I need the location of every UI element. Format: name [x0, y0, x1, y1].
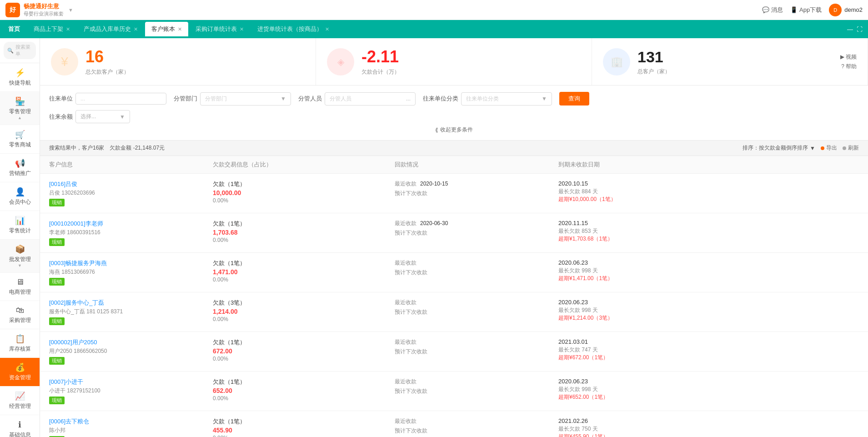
overdue-date-1: 2020.11.15: [558, 220, 859, 226]
debt-percent-5: 0.00%: [213, 395, 395, 402]
manager-input[interactable]: 分管人员 ...: [325, 92, 416, 105]
user-avatar: D: [829, 4, 842, 16]
balance-dropdown-icon: ▼: [120, 114, 125, 120]
tab-purchase-close[interactable]: ✕: [240, 26, 244, 32]
sidebar-item-wholesale-mgmt[interactable]: 📦 批发管理 ▼: [0, 240, 40, 273]
sidebar-item-ecommerce[interactable]: 🖥 电商管理: [0, 273, 40, 301]
tab-warehouse-history[interactable]: 产成品入库单历史 ✕: [77, 22, 144, 36]
overdue-amount-0[interactable]: 超期¥10,000.00（1笔）: [558, 196, 859, 203]
debt-info-2: 欠款（1笔） 1,471.00 0.00%: [213, 259, 395, 283]
balance-input[interactable]: 选择... ▼: [75, 110, 130, 123]
tab-purchase-product-stats[interactable]: 进货单统计表（按商品） ✕: [251, 22, 336, 36]
col-header-return: 回款情况: [395, 161, 558, 169]
unit-category-input[interactable]: 往来单位分类 ▼: [461, 92, 552, 105]
table-row: [0003]畅捷服务尹海燕 海燕 18513066976 现销 欠款（1笔） 1…: [40, 253, 868, 292]
stat-icon-total: 🏢: [603, 48, 630, 75]
tab-home[interactable]: 首页: [2, 22, 26, 36]
top-header: 好 畅捷通好生意 母婴行业演示账套 ▼ 💬 消息 📱 App下载 D demo2: [0, 0, 868, 20]
tab-product-shelf-close[interactable]: ✕: [66, 26, 70, 32]
debt-count-0: 欠款（1笔）: [213, 180, 395, 188]
overdue-amount-4[interactable]: 超期¥672.00（1笔）: [558, 354, 859, 362]
sidebar-item-retail-mgmt[interactable]: 🏪 零售管理 ▲: [0, 92, 40, 125]
sort-dropdown[interactable]: 排序：按欠款金额倒序排序 ▼: [743, 144, 815, 152]
overdue-amount-5[interactable]: 超期¥652.00（1笔）: [558, 393, 859, 401]
debt-amount-6[interactable]: 455.90: [213, 427, 395, 434]
overdue-info-3: 2020.06.23 最长欠款 998 天 超期¥1,214.00（3笔）: [558, 299, 859, 322]
customer-name-1[interactable]: [0001020001]李老师: [49, 220, 103, 227]
sidebar-item-basic-info[interactable]: ℹ 基础信息: [0, 415, 40, 437]
search-button[interactable]: 查询: [559, 92, 589, 105]
debt-amount-5[interactable]: 652.00: [213, 387, 395, 394]
from-unit-value: ...: [80, 95, 85, 102]
help-btn[interactable]: ? 帮助: [841, 63, 857, 70]
customer-name-3[interactable]: [0002]服务中心_丁磊: [49, 299, 104, 306]
window-minimize-icon[interactable]: —: [847, 26, 853, 33]
sidebar-item-retail-stats[interactable]: 📊 零售统计: [0, 211, 40, 240]
debt-amount-0[interactable]: 10,000.00: [213, 189, 395, 196]
sidebar-item-retail-mall[interactable]: 🛒 零售商城: [0, 125, 40, 154]
department-input[interactable]: 分管部门 ▼: [200, 92, 291, 105]
overdue-amount-2[interactable]: 超期¥1,471.00（1笔）: [558, 275, 859, 282]
overdue-info-0: 2020.10.15 最长欠款 884 天 超期¥10,000.00（1笔）: [558, 180, 859, 203]
tab-warehouse-close[interactable]: ✕: [134, 26, 138, 32]
tab-customer-ledger[interactable]: 客户账本 ✕: [145, 22, 188, 36]
collapse-filter-btn[interactable]: ⟪ 收起更多条件: [49, 123, 859, 136]
overdue-amount-3[interactable]: 超期¥1,214.00（3笔）: [558, 314, 859, 322]
return-recent-label-1: 最近收款: [395, 220, 416, 226]
sidebar-item-operations[interactable]: 📈 经营管理: [0, 387, 40, 415]
data-table: 客户信息 欠款交易信息（占比） 回款情况 到期未收款日期 [0016]吕俊 吕俊…: [40, 156, 868, 437]
sidebar-item-inventory[interactable]: 📋 库存核算: [0, 329, 40, 358]
sidebar-item-member[interactable]: 👤 会员中心: [0, 182, 40, 211]
video-btn[interactable]: ▶ 视频: [840, 53, 857, 61]
return-info-5: 最近收款 预计下次收款: [395, 378, 558, 395]
customer-name-5[interactable]: [0007]小进干: [49, 378, 83, 385]
retail-mgmt-arrow: ▲: [18, 116, 22, 120]
customer-name-4[interactable]: [000002]用户2050: [49, 339, 97, 346]
window-maximize-icon[interactable]: ⛶: [857, 26, 863, 33]
filter-from-unit: 往来单位 ...: [49, 93, 166, 105]
overdue-amount-6[interactable]: 超期¥455.90（1笔）: [558, 433, 859, 437]
debt-amount-1[interactable]: 1,703.68: [213, 229, 395, 236]
tab-customer-close[interactable]: ✕: [178, 26, 182, 32]
result-bar-right: 排序：按欠款金额倒序排序 ▼ 导出 刷新: [743, 144, 859, 152]
result-bar: 搜索结果中，客户16家 欠款金额 -21,148.07元 排序：按欠款金额倒序排…: [40, 141, 868, 156]
overdue-date-6: 2021.02.26: [558, 417, 859, 424]
tab-product-shelf[interactable]: 商品上下架 ✕: [27, 22, 76, 36]
sidebar: 🔍 搜索菜单 ⚡ 快捷导航 🏪 零售管理 ▲ 🛒 零售商城 📢 营销推广: [0, 38, 40, 437]
member-icon: 👤: [15, 187, 25, 197]
message-btn[interactable]: 💬 消息: [762, 6, 783, 14]
retail-stats-label: 零售统计: [9, 227, 31, 235]
sidebar-item-purchase[interactable]: 🛍 采购管理: [0, 301, 40, 329]
customer-name-6[interactable]: [0006]去下粮仓: [49, 418, 89, 425]
sidebar-item-quick-nav[interactable]: ⚡ 快捷导航: [0, 63, 40, 92]
stat-value-total-customers: 131: [637, 48, 670, 66]
stat-info-total: 131 总客户（家）: [637, 48, 670, 75]
customer-name-0[interactable]: [0016]吕俊: [49, 181, 77, 187]
return-recent-label-3: 最近收款: [395, 299, 416, 306]
tab-purchase-stats[interactable]: 采购订单统计表 ✕: [189, 22, 250, 36]
tab-purchase-product-close[interactable]: ✕: [325, 26, 329, 32]
debt-amount-text: 欠款金额 -21,148.07元: [110, 144, 165, 152]
debt-amount-4[interactable]: 672.00: [213, 347, 395, 355]
refresh-btn[interactable]: 刷新: [843, 144, 859, 152]
overdue-days-1: 最长欠款 853 天: [558, 227, 859, 235]
customer-contact-6: 陈小邦: [49, 427, 213, 434]
from-unit-input[interactable]: ...: [75, 93, 166, 105]
debt-count-6: 欠款（1笔）: [213, 417, 395, 426]
export-btn[interactable]: 导出: [821, 144, 837, 152]
overdue-date-5: 2020.06.23: [558, 378, 859, 385]
debt-amount-3[interactable]: 1,214.00: [213, 308, 395, 315]
retail-mall-icon: 🛒: [15, 130, 25, 140]
debt-amount-2[interactable]: 1,471.00: [213, 268, 395, 276]
basic-info-icon: ℹ: [18, 420, 21, 430]
customer-name-2[interactable]: [0003]畅捷服务尹海燕: [49, 260, 107, 266]
sidebar-item-finance[interactable]: 💰 资金管理: [0, 358, 40, 387]
user-menu[interactable]: D demo2: [829, 4, 863, 16]
overdue-info-4: 2021.03.01 最长欠款 747 天 超期¥672.00（1笔）: [558, 338, 859, 362]
overdue-amount-1[interactable]: 超期¥1,703.68（1笔）: [558, 235, 859, 243]
app-download-btn[interactable]: 📱 App下载: [790, 6, 822, 14]
sidebar-item-marketing[interactable]: 📢 营销推广: [0, 154, 40, 182]
stat-label-debt-customers: 总欠款客户（家）: [85, 68, 129, 76]
ecommerce-label: 电商管理: [9, 288, 31, 296]
sidebar-search-box[interactable]: 🔍 搜索菜单: [4, 42, 36, 59]
